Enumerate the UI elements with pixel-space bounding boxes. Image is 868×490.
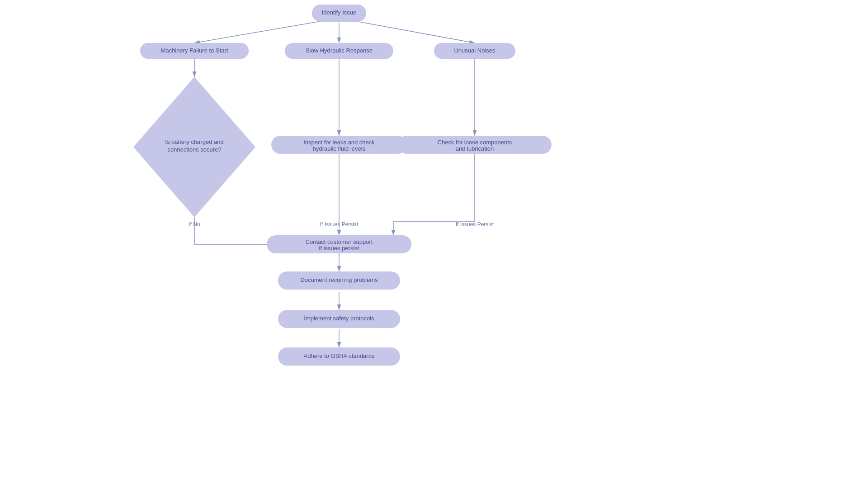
slow-hydraulic-label: Slow Hydraulic Response: [306, 47, 373, 54]
osha-standards-label: Adhere to OSHA standards: [304, 352, 375, 359]
check-loose-label-2: and lubrication: [456, 145, 494, 152]
machinery-failure-label: Machinery Failure to Start: [161, 47, 228, 54]
arrow-identify-to-machinery: [194, 18, 339, 43]
flowchart-container: Identify Issue Machinery Failure to Star…: [0, 0, 868, 490]
battery-question-label-1: Is battery charged and: [165, 138, 223, 145]
battery-question-label-2: connections secure?: [167, 146, 221, 153]
contact-support-label-2: if issues persist: [319, 245, 359, 252]
if-no-label: If No: [189, 221, 200, 228]
safety-protocols-label: Implement safety protocols: [304, 315, 374, 322]
inspect-leaks-label-1: Inspect for leaks and check: [303, 139, 375, 146]
identify-issue-label: Identify Issue: [322, 9, 357, 16]
if-issues-persist-label-2: If Issues Persist: [456, 221, 494, 228]
contact-support-label-1: Contact customer support: [306, 238, 373, 245]
document-problems-label: Document recurring problems: [300, 276, 378, 283]
check-loose-label-1: Check for loose components: [438, 139, 512, 146]
unusual-noises-label: Unusual Noises: [454, 47, 495, 54]
if-issues-persist-label-1: If Issues Persist: [320, 221, 359, 228]
arrow-identify-to-noises: [339, 18, 475, 43]
inspect-leaks-label-2: hydraulic fluid levels: [313, 145, 366, 152]
